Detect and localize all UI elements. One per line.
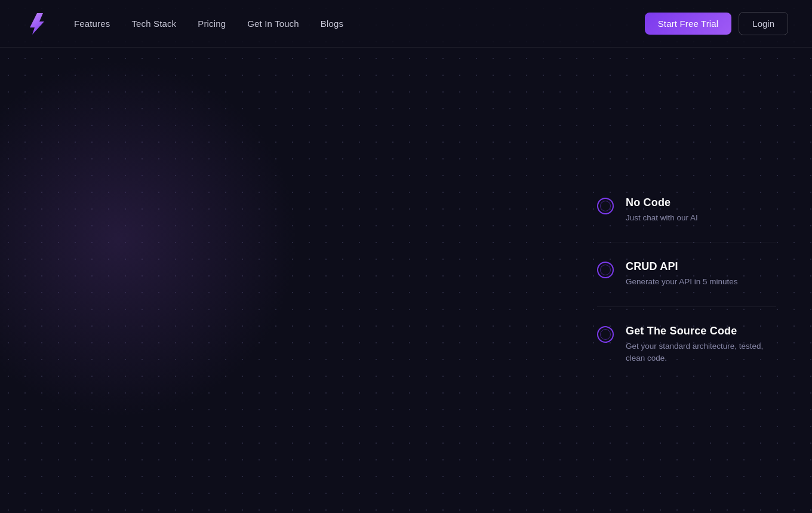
feature-icon-crud-api (597, 262, 614, 278)
feature-text-crud-api: CRUD API Generate your API in 5 minutes (626, 260, 738, 288)
nav-left: Features Tech Stack Pricing Get In Touch… (24, 11, 343, 37)
feature-desc-no-code: Just chat with our AI (626, 212, 698, 224)
feature-icon-no-code (597, 198, 614, 214)
feature-text-no-code: No Code Just chat with our AI (626, 196, 698, 224)
feature-icon-source-code (597, 326, 614, 343)
navbar: Features Tech Stack Pricing Get In Touch… (0, 0, 812, 48)
nav-item-blogs[interactable]: Blogs (321, 19, 343, 29)
nav-item-techstack[interactable]: Tech Stack (131, 19, 176, 29)
feature-title-no-code: No Code (626, 196, 698, 209)
feature-title-source-code: Get The Source Code (626, 325, 776, 337)
nav-item-features[interactable]: Features (74, 19, 110, 29)
hero-section (0, 48, 585, 513)
login-button[interactable]: Login (739, 12, 788, 35)
feature-item-crud-api: CRUD API Generate your API in 5 minutes (597, 242, 776, 306)
feature-item-no-code: No Code Just chat with our AI (597, 179, 776, 242)
logo (24, 11, 50, 37)
nav-item-contact[interactable]: Get In Touch (247, 19, 299, 29)
features-section: No Code Just chat with our AI CRUD API G… (585, 48, 812, 513)
feature-desc-source-code: Get your standard architecture, tested, … (626, 340, 776, 365)
nav-right: Start Free Trial Login (645, 12, 788, 35)
feature-desc-crud-api: Generate your API in 5 minutes (626, 276, 738, 288)
feature-text-source-code: Get The Source Code Get your standard ar… (626, 325, 776, 365)
nav-links: Features Tech Stack Pricing Get In Touch… (74, 19, 343, 29)
logo-icon (24, 11, 50, 37)
feature-item-source-code: Get The Source Code Get your standard ar… (597, 306, 776, 383)
nav-item-pricing[interactable]: Pricing (198, 19, 226, 29)
start-free-trial-button[interactable]: Start Free Trial (645, 13, 732, 35)
feature-title-crud-api: CRUD API (626, 260, 738, 273)
main-content: No Code Just chat with our AI CRUD API G… (0, 48, 812, 513)
